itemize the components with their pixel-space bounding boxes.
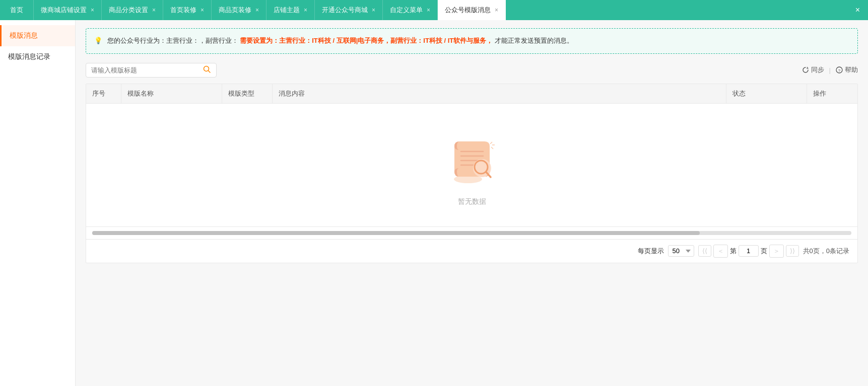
tab-open-mall[interactable]: 开通公众号商城 × [315,0,383,20]
empty-icon [442,134,502,189]
page-next-button[interactable]: ＞ [769,245,784,258]
bulb-icon: 💡 [94,37,102,44]
tab-home[interactable]: 首页 [0,0,34,20]
scrollbar-track[interactable] [92,231,851,235]
pagination: 每页显示 50 10 20 100 ⟨⟨ ＜ 第 页 ＞ ⟩⟩ 共0页，0条记录 [86,239,857,263]
scrollbar-container[interactable] [86,226,857,239]
tab-custom-menu-label: 自定义菜单 [390,6,423,15]
content-area: 💡 您的公众号行业为：主营行业：，副营行业： 需要设置为：主营行业：IT科技 /… [76,20,868,386]
page-nav: ⟨⟨ ＜ 第 页 ＞ ⟩⟩ [698,245,799,258]
tab-template-msg-close[interactable]: × [495,7,498,14]
page-input[interactable] [739,245,759,257]
sync-button[interactable]: 同步 [802,65,824,74]
page-last-button[interactable]: ⟩⟩ [786,245,799,257]
tab-product-decor-close[interactable]: × [255,7,259,14]
table-header: 序号 模版名称 模版类型 消息内容 状态 操作 [86,84,857,104]
tab-category-label: 商品分类设置 [109,6,148,15]
empty-text: 暂无数据 [458,197,486,206]
page-size-label: 每页显示 [638,247,664,256]
col-header-name: 模版名称 [121,84,222,103]
col-header-type: 模版类型 [222,84,273,103]
col-header-action: 操作 [807,84,857,103]
sidebar-item-template-msg-label: 模版消息 [10,31,38,39]
tab-shop-theme[interactable]: 店铺主题 × [266,0,315,20]
page-total: 共0页，0条记录 [803,247,849,256]
empty-state: 暂无数据 [86,104,857,226]
tab-micro-shop-close[interactable]: × [91,7,94,14]
page-first-button[interactable]: ⟨⟨ [698,245,711,257]
svg-line-1 [209,70,211,72]
main-layout: 模版消息 模版消息记录 💡 您的公众号行业为：主营行业：，副营行业： 需要设置为… [0,20,868,386]
tab-home-decor[interactable]: 首页装修 × [163,0,212,20]
svg-line-12 [490,142,492,144]
tab-shop-theme-close[interactable]: × [304,7,307,14]
col-header-status: 状态 [726,84,807,103]
svg-line-14 [491,147,493,149]
toolbar-right: 同步 | ? 帮助 [802,65,858,74]
tab-micro-shop-label: 微商城店铺设置 [41,6,87,15]
data-table: 序号 模版名称 模版类型 消息内容 状态 操作 [86,84,858,263]
search-button[interactable] [203,65,211,75]
help-button[interactable]: ? 帮助 [836,65,858,74]
notice-text-highlight: 需要设置为：主营行业：IT科技 / 互联网|电子商务，副营行业：IT科技 / I… [240,37,493,44]
notice-box: 💡 您的公众号行业为：主营行业：，副营行业： 需要设置为：主营行业：IT科技 /… [86,28,858,54]
notice-text-suffix: 才能正常发送预置的消息。 [495,37,573,44]
search-input-wrap [86,63,217,78]
sync-label: 同步 [811,65,824,74]
sidebar-item-template-record-label: 模版消息记录 [8,52,50,60]
page-label: 页 [761,247,767,256]
page-size-select[interactable]: 50 10 20 100 [668,245,694,257]
sidebar-item-template-msg[interactable]: 模版消息 [0,25,75,46]
tab-shop-theme-label: 店铺主题 [274,6,300,15]
tab-open-mall-close[interactable]: × [372,7,375,14]
scrollbar-thumb[interactable] [92,231,700,235]
toolbar-divider: | [829,66,831,74]
global-close-button[interactable]: × [847,6,868,15]
tab-micro-shop[interactable]: 微商城店铺设置 × [34,0,102,20]
col-header-content: 消息内容 [273,84,726,103]
tab-open-mall-label: 开通公众号商城 [322,6,368,15]
tab-home-decor-close[interactable]: × [201,7,204,14]
search-row: 同步 | ? 帮助 [86,63,858,78]
tab-template-msg-label: 公众号模版消息 [445,6,491,15]
tab-home-decor-label: 首页装修 [170,6,196,15]
notice-text-prefix: 您的公众号行业为：主营行业：，副营行业： [107,37,238,44]
tab-product-decor[interactable]: 商品页装修 × [212,0,266,20]
tab-category-close[interactable]: × [152,7,156,14]
tab-category[interactable]: 商品分类设置 × [102,0,163,20]
sidebar-item-template-record[interactable]: 模版消息记录 [0,46,75,67]
page-di-label: 第 [730,247,737,256]
search-input[interactable] [91,66,199,74]
tab-custom-menu-close[interactable]: × [427,7,430,14]
tab-bar: 首页 微商城店铺设置 × 商品分类设置 × 首页装修 × 商品页装修 × 店铺主… [0,0,868,20]
tab-custom-menu[interactable]: 自定义菜单 × [383,0,438,20]
tab-home-label: 首页 [10,6,23,15]
tab-product-decor-label: 商品页装修 [219,6,251,15]
svg-text:?: ? [838,68,841,73]
tab-template-msg[interactable]: 公众号模版消息 × [438,0,506,20]
col-header-seq: 序号 [86,84,121,103]
help-label: 帮助 [845,65,858,74]
page-prev-button[interactable]: ＜ [713,245,728,258]
sidebar: 模版消息 模版消息记录 [0,20,76,386]
